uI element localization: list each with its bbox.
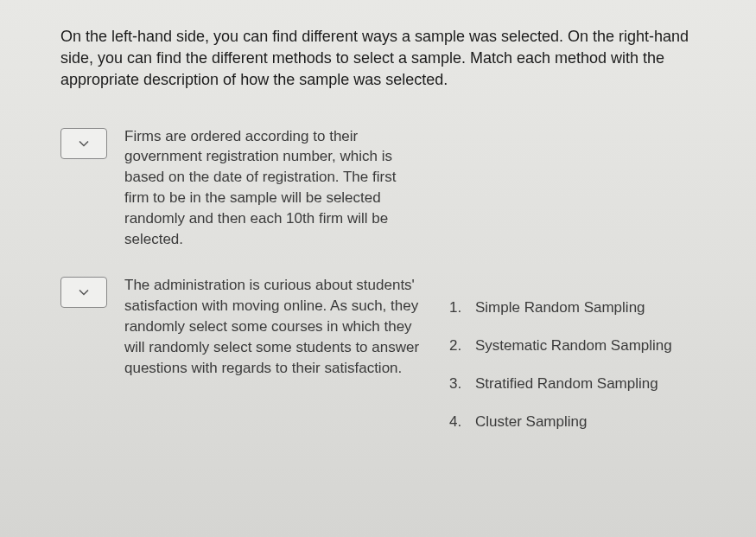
match-items-column: Firms are ordered according to their gov… <box>60 126 423 451</box>
option-number: 1. <box>449 299 465 316</box>
option-text: Systematic Random Sampling <box>475 337 672 355</box>
option-number: 2. <box>449 337 465 355</box>
list-item: 3. Stratified Random Sampling <box>449 375 696 393</box>
match-item: The administration is curious about stud… <box>60 275 423 378</box>
list-item: 2. Systematic Random Sampling <box>449 337 696 355</box>
options-list: 1. Simple Random Sampling 2. Systematic … <box>449 299 696 431</box>
item-description: Firms are ordered according to their gov… <box>124 126 423 250</box>
option-text: Cluster Sampling <box>475 413 587 431</box>
question-instructions: On the left-hand side, you can find diff… <box>60 26 696 92</box>
content-area: Firms are ordered according to their gov… <box>60 126 696 451</box>
item-description: The administration is curious about stud… <box>124 275 423 378</box>
list-item: 1. Simple Random Sampling <box>449 299 696 316</box>
list-item: 4. Cluster Sampling <box>449 413 696 431</box>
answer-dropdown-2[interactable] <box>60 277 107 308</box>
option-number: 4. <box>449 413 465 431</box>
options-column: 1. Simple Random Sampling 2. Systematic … <box>449 126 696 451</box>
chevron-down-icon <box>79 289 89 296</box>
match-item: Firms are ordered according to their gov… <box>60 126 423 250</box>
option-text: Simple Random Sampling <box>475 299 645 316</box>
option-text: Stratified Random Sampling <box>475 375 658 393</box>
option-number: 3. <box>449 375 465 393</box>
answer-dropdown-1[interactable] <box>60 128 107 159</box>
chevron-down-icon <box>79 140 89 147</box>
